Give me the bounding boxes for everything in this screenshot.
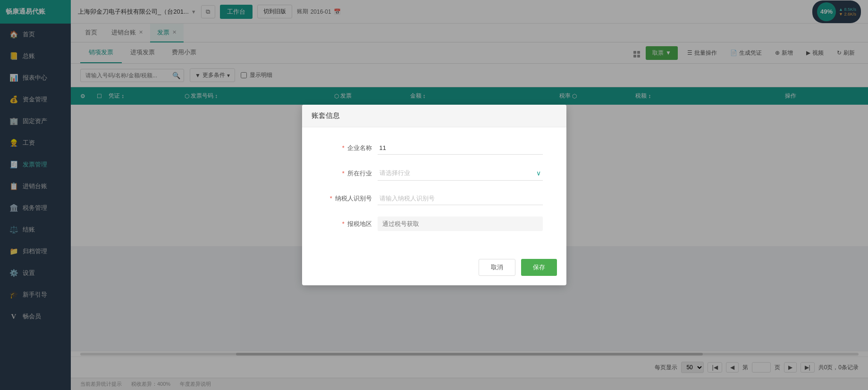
modal-body: * 企业名称 * 所在行业 请选择行业 ∨ * 纳 xyxy=(302,127,566,252)
required-star: * xyxy=(342,170,345,177)
company-name-label: * 企业名称 xyxy=(326,144,378,152)
required-star: * xyxy=(342,144,345,151)
form-row-tax-id: * 纳税人识别号 xyxy=(326,192,543,205)
form-row-industry: * 所在行业 请选择行业 ∨ xyxy=(326,166,543,181)
required-star: * xyxy=(330,195,332,202)
save-button[interactable]: 保存 xyxy=(521,259,557,276)
industry-placeholder: 请选择行业 xyxy=(379,169,536,177)
tax-id-label: * 纳税人识别号 xyxy=(326,194,378,203)
industry-label: * 所在行业 xyxy=(326,169,378,178)
industry-dropdown-icon: ∨ xyxy=(536,169,541,177)
form-row-tax-region: * 报税地区 xyxy=(326,216,543,231)
modal-footer: 取消 保存 xyxy=(302,252,566,285)
tax-region-label: * 报税地区 xyxy=(326,220,378,228)
company-name-input[interactable] xyxy=(378,141,543,155)
account-info-modal: 账套信息 * 企业名称 * 所在行业 请选择行业 ∨ xyxy=(302,105,566,285)
required-star: * xyxy=(342,220,345,227)
modal-overlay: 账套信息 * 企业名称 * 所在行业 请选择行业 ∨ xyxy=(0,0,868,390)
modal-title: 账套信息 xyxy=(312,111,340,119)
cancel-button[interactable]: 取消 xyxy=(479,259,515,276)
tax-id-input[interactable] xyxy=(378,192,543,205)
tax-region-input xyxy=(378,216,543,231)
industry-select[interactable]: 请选择行业 ∨ xyxy=(378,166,543,181)
modal-header: 账套信息 xyxy=(302,105,566,127)
form-row-company: * 企业名称 xyxy=(326,141,543,155)
